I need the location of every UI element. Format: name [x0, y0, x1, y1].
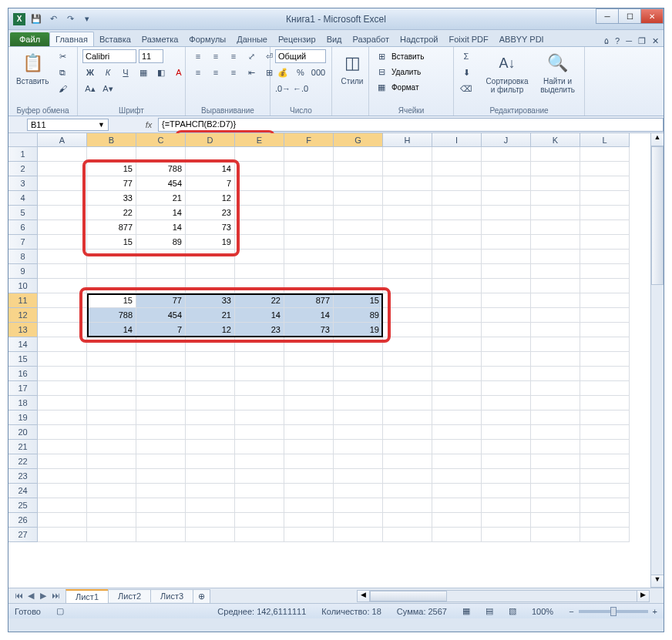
- cell-B17[interactable]: [87, 381, 136, 396]
- cell-L26[interactable]: [580, 513, 630, 528]
- italic-button[interactable]: К: [100, 65, 116, 79]
- cell-C14[interactable]: [136, 337, 186, 352]
- scroll-right-icon[interactable]: ▶: [637, 591, 649, 601]
- cell-I3[interactable]: [432, 176, 482, 191]
- cell-I16[interactable]: [432, 367, 482, 381]
- cell-F2[interactable]: [284, 162, 334, 176]
- cell-J24[interactable]: [482, 484, 531, 498]
- select-all-corner[interactable]: [8, 133, 38, 147]
- cell-F16[interactable]: [284, 367, 334, 381]
- cell-G18[interactable]: [334, 396, 383, 410]
- cell-D5[interactable]: 23: [186, 206, 235, 220]
- cell-F27[interactable]: [284, 528, 334, 542]
- row-header-12[interactable]: 12: [8, 308, 38, 323]
- cell-L12[interactable]: [580, 308, 630, 323]
- cell-H19[interactable]: [383, 410, 432, 425]
- cell-C20[interactable]: [136, 425, 186, 440]
- cell-A10[interactable]: [38, 279, 87, 293]
- col-header-E[interactable]: E: [235, 133, 284, 147]
- cell-I12[interactable]: [432, 308, 482, 323]
- currency-icon[interactable]: 💰: [275, 65, 291, 79]
- cell-A23[interactable]: [38, 469, 87, 484]
- cell-G21[interactable]: [334, 440, 383, 454]
- cell-K16[interactable]: [531, 367, 580, 381]
- row-header-23[interactable]: 23: [8, 469, 38, 484]
- cell-E5[interactable]: [235, 206, 284, 220]
- cell-K12[interactable]: [531, 308, 580, 323]
- row-header-18[interactable]: 18: [8, 396, 38, 410]
- cell-J13[interactable]: [482, 323, 531, 337]
- cell-G4[interactable]: [334, 191, 383, 206]
- cell-I2[interactable]: [432, 162, 482, 176]
- undo-icon[interactable]: ↶: [47, 13, 59, 25]
- tab-review[interactable]: Рецензир: [273, 32, 321, 46]
- row-header-2[interactable]: 2: [8, 162, 38, 176]
- cell-A6[interactable]: [38, 220, 87, 235]
- cell-K14[interactable]: [531, 337, 580, 352]
- cell-H10[interactable]: [383, 279, 432, 293]
- tab-abbyy[interactable]: ABBYY PDI: [494, 32, 549, 46]
- cell-L5[interactable]: [580, 206, 630, 220]
- cell-L18[interactable]: [580, 396, 630, 410]
- cell-K11[interactable]: [531, 293, 580, 308]
- help-icon[interactable]: ?: [615, 36, 620, 46]
- cell-C15[interactable]: [136, 352, 186, 367]
- autosum-icon[interactable]: Σ: [459, 49, 474, 63]
- new-sheet-button[interactable]: ⊕: [193, 589, 210, 603]
- cell-G11[interactable]: 15: [334, 293, 383, 308]
- cell-K2[interactable]: [531, 162, 580, 176]
- cell-I15[interactable]: [432, 352, 482, 367]
- cell-E7[interactable]: [235, 235, 284, 250]
- zoom-in-icon[interactable]: +: [653, 607, 657, 616]
- cell-B14[interactable]: [87, 337, 136, 352]
- cell-L24[interactable]: [580, 484, 630, 498]
- cell-A13[interactable]: [38, 323, 87, 337]
- cell-G1[interactable]: [334, 147, 383, 162]
- cell-J16[interactable]: [482, 367, 531, 381]
- fx-icon[interactable]: fx: [139, 120, 158, 129]
- dec-decimal-icon[interactable]: ←.0: [293, 82, 308, 95]
- paste-button[interactable]: 📋 Вставить: [13, 49, 52, 87]
- cell-K4[interactable]: [531, 191, 580, 206]
- qat-dropdown-icon[interactable]: ▾: [81, 13, 93, 25]
- cell-A9[interactable]: [38, 264, 87, 279]
- cell-I9[interactable]: [432, 264, 482, 279]
- cell-E26[interactable]: [235, 513, 284, 528]
- cell-B18[interactable]: [87, 396, 136, 410]
- cell-F9[interactable]: [284, 264, 334, 279]
- cell-L22[interactable]: [580, 454, 630, 469]
- cell-K5[interactable]: [531, 206, 580, 220]
- cell-D27[interactable]: [186, 528, 235, 542]
- cell-G12[interactable]: 89: [334, 308, 383, 323]
- cell-G25[interactable]: [334, 498, 383, 513]
- cell-D6[interactable]: 73: [186, 220, 235, 235]
- cell-F15[interactable]: [284, 352, 334, 367]
- row-header-6[interactable]: 6: [8, 220, 38, 235]
- cell-A20[interactable]: [38, 425, 87, 440]
- row-header-7[interactable]: 7: [8, 235, 38, 250]
- cell-I24[interactable]: [432, 484, 482, 498]
- cell-K6[interactable]: [531, 220, 580, 235]
- cell-C6[interactable]: 14: [136, 220, 186, 235]
- cell-H27[interactable]: [383, 528, 432, 542]
- cell-F17[interactable]: [284, 381, 334, 396]
- cell-H6[interactable]: [383, 220, 432, 235]
- cell-K21[interactable]: [531, 440, 580, 454]
- cell-E12[interactable]: 14: [235, 308, 284, 323]
- find-select-button[interactable]: 🔍 Найти и выделить: [536, 49, 580, 95]
- cell-H22[interactable]: [383, 454, 432, 469]
- cell-E1[interactable]: [235, 147, 284, 162]
- cell-F18[interactable]: [284, 396, 334, 410]
- cell-F13[interactable]: 73: [284, 323, 334, 337]
- cell-I14[interactable]: [432, 337, 482, 352]
- cell-I26[interactable]: [432, 513, 482, 528]
- cell-C11[interactable]: 77: [136, 293, 186, 308]
- cell-I25[interactable]: [432, 498, 482, 513]
- cell-K1[interactable]: [531, 147, 580, 162]
- cell-E23[interactable]: [235, 469, 284, 484]
- cell-D22[interactable]: [186, 454, 235, 469]
- cell-E11[interactable]: 22: [235, 293, 284, 308]
- cell-G8[interactable]: [334, 250, 383, 264]
- cell-B5[interactable]: 22: [87, 206, 136, 220]
- column-headers[interactable]: ABCDEFGHIJKL: [38, 133, 630, 147]
